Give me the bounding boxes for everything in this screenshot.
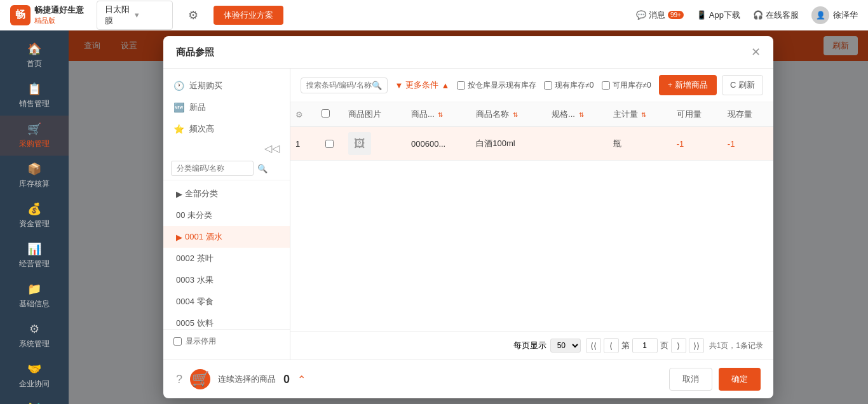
col-spec[interactable]: 规格... ⇅ — [546, 102, 608, 127]
sidebar-item-sales[interactable]: 📋 销售管理 — [0, 76, 69, 116]
checkbox-warehouse-stock[interactable]: 按仓库显示现有库存 — [457, 80, 536, 91]
sidebar-item-label-inventory: 库存核算 — [19, 178, 50, 189]
message-badge: 99+ — [668, 11, 684, 19]
sales-icon: 📋 — [27, 82, 41, 96]
sidebar-item-label-collab: 企业协同 — [19, 379, 50, 389]
prev-page-button[interactable]: ⟨ — [604, 338, 619, 353]
sort-code-icon[interactable]: ⇅ — [438, 111, 443, 118]
try-industry-button[interactable]: 体验行业方案 — [214, 6, 283, 25]
product-search-icon[interactable]: 🔍 — [372, 81, 382, 90]
navbar: 畅 畅捷通好生意 精品版 日太阳膜 ▾ ⚙ 体验行业方案 💬 消息 99+ 📱 … — [0, 0, 868, 30]
customer-service-button[interactable]: 🎧 在线客服 — [753, 10, 799, 21]
category-label-00: 00 未分类 — [176, 210, 212, 220]
sidebar-item-basic-info[interactable]: 📁 基础信息 — [0, 276, 69, 316]
app-download-button[interactable]: 📱 App下载 — [696, 10, 740, 21]
category-label-0003: 0003 水果 — [176, 275, 214, 285]
select-all-checkbox[interactable] — [322, 109, 330, 118]
sidebar-item-home[interactable]: 🏠 首页 — [0, 36, 69, 76]
user-area[interactable]: 👤 徐泽华 — [811, 6, 858, 24]
category-item-0005[interactable]: 0005 饮料 — [163, 313, 290, 329]
sort-unit-icon[interactable]: ⇅ — [641, 111, 646, 118]
logo-text-wrap: 畅捷通好生意 精品版 — [34, 4, 84, 25]
sidebar-item-finance[interactable]: 💰 资金管理 — [0, 196, 69, 236]
footer-collapse-icon[interactable]: ⌃ — [297, 374, 306, 386]
dialog-title: 商品参照 — [176, 46, 214, 58]
confirm-button[interactable]: 确定 — [719, 368, 761, 391]
sidebar-item-guide[interactable]: 🔰 新手引导 — [0, 396, 69, 404]
finance-icon: 💰 — [27, 202, 41, 216]
frequent-menu-item[interactable]: ⭐ 频次高 — [163, 118, 290, 140]
category-item-0004[interactable]: 0004 零食 — [163, 291, 290, 313]
last-page-button[interactable]: ⟩⟩ — [689, 338, 704, 353]
logo-text: 畅捷通好生意 — [34, 4, 84, 16]
app-label: App下载 — [709, 10, 740, 21]
col-code[interactable]: 商品... ⇅ — [406, 102, 471, 127]
show-disabled-label: 显示停用 — [186, 336, 216, 347]
gear-icon[interactable]: ⚙ — [183, 5, 203, 25]
category-item-0001[interactable]: ▶ 0001 酒水 — [163, 226, 290, 248]
category-label-0005: 0005 饮料 — [176, 318, 214, 328]
expand-0001-icon: ▶ — [176, 232, 182, 242]
all-category-item[interactable]: ▶ 全部分类 — [163, 183, 290, 205]
per-page-dropdown[interactable]: 50 — [550, 339, 581, 353]
sidebar-item-system[interactable]: ⚙ 系统管理 — [0, 316, 69, 356]
page-label: 第 — [621, 340, 630, 351]
row-checkbox[interactable] — [325, 140, 334, 148]
footer-buttons: 取消 确定 — [669, 368, 761, 391]
table-settings-icon[interactable]: ⚙ — [295, 110, 303, 119]
left-panel: 🕐 近期购买 🆕 新品 ⭐ 频次高 ◁◁ — [163, 69, 290, 360]
cart-icon[interactable]: 🛒 — [190, 369, 210, 389]
inventory-icon: 📦 — [27, 162, 41, 176]
add-product-button[interactable]: + 新增商品 — [659, 75, 717, 95]
more-filter-button[interactable]: ▼ 更多条件 ▲ — [395, 79, 450, 91]
help-icon[interactable]: ? — [176, 373, 182, 386]
logo: 畅 畅捷通好生意 精品版 — [10, 4, 84, 25]
sidebar-item-purchase[interactable]: 🛒 采购管理 — [0, 116, 69, 156]
checkbox-current-label: 现有库存≠0 — [555, 80, 593, 91]
product-search-input[interactable] — [306, 81, 372, 90]
sort-spec-icon[interactable]: ⇅ — [579, 111, 584, 118]
next-page-button[interactable]: ⟩ — [671, 338, 686, 353]
frequent-label: 频次高 — [189, 123, 214, 135]
row-unit: 瓶 — [608, 127, 672, 161]
company-dropdown[interactable]: 日太阳膜 ▾ — [97, 1, 173, 30]
show-disabled-checkbox[interactable] — [173, 337, 182, 346]
purchase-icon: 🛒 — [27, 122, 41, 136]
message-button[interactable]: 💬 消息 99+ — [636, 10, 684, 21]
clock-icon: 🕐 — [173, 81, 184, 91]
product-thumbnail: 🖼 — [348, 132, 371, 155]
sidebar-item-inventory[interactable]: 📦 库存核算 — [0, 156, 69, 196]
table-row[interactable]: 1 🖼 000600... 白酒100ml — [290, 127, 773, 161]
row-img: 🖼 — [343, 127, 406, 161]
toolbar-right: + 新增商品 C 刷新 — [659, 75, 763, 95]
category-search-input[interactable] — [171, 161, 254, 176]
dialog-close-button[interactable]: ✕ — [751, 45, 761, 59]
recent-purchase-menu-item[interactable]: 🕐 近期购买 — [163, 75, 290, 97]
page-input[interactable] — [632, 338, 658, 353]
user-name: 徐泽华 — [833, 10, 858, 21]
category-item-0002[interactable]: 0002 茶叶 — [163, 248, 290, 269]
row-stock: -1 — [722, 127, 773, 161]
col-settings[interactable]: ⚙ — [290, 102, 316, 127]
message-icon: 💬 — [636, 10, 646, 20]
sort-name-icon[interactable]: ⇅ — [513, 111, 518, 118]
checkbox-available-stock[interactable]: 可用库存≠0 — [602, 80, 651, 91]
checkbox-current-stock[interactable]: 现有库存≠0 — [544, 80, 593, 91]
new-product-menu-item[interactable]: 🆕 新品 — [163, 97, 290, 118]
category-item-00[interactable]: 00 未分类 — [163, 205, 290, 226]
row-check — [316, 127, 343, 161]
sidebar-item-collab[interactable]: 🤝 企业协同 — [0, 356, 69, 396]
col-name[interactable]: 商品名称 ⇅ — [471, 102, 546, 127]
message-label: 消息 — [649, 10, 665, 21]
cancel-button[interactable]: 取消 — [669, 368, 712, 391]
first-page-button[interactable]: ⟨⟨ — [586, 338, 601, 353]
category-search-icon[interactable]: 🔍 — [257, 164, 268, 173]
sidebar-item-business[interactable]: 📊 经营管理 — [0, 236, 69, 276]
col-unit[interactable]: 主计量 ⇅ — [608, 102, 672, 127]
collapse-button[interactable]: ◁◁ — [173, 142, 280, 154]
category-item-0003[interactable]: 0003 水果 — [163, 269, 290, 291]
row-idx: 1 — [290, 127, 316, 161]
expand-all-icon: ▶ — [176, 189, 182, 199]
sidebar: 🏠 首页 📋 销售管理 🛒 采购管理 📦 库存核算 💰 资金管理 📊 经营管理 … — [0, 30, 69, 404]
refresh-table-button[interactable]: C 刷新 — [722, 75, 763, 95]
